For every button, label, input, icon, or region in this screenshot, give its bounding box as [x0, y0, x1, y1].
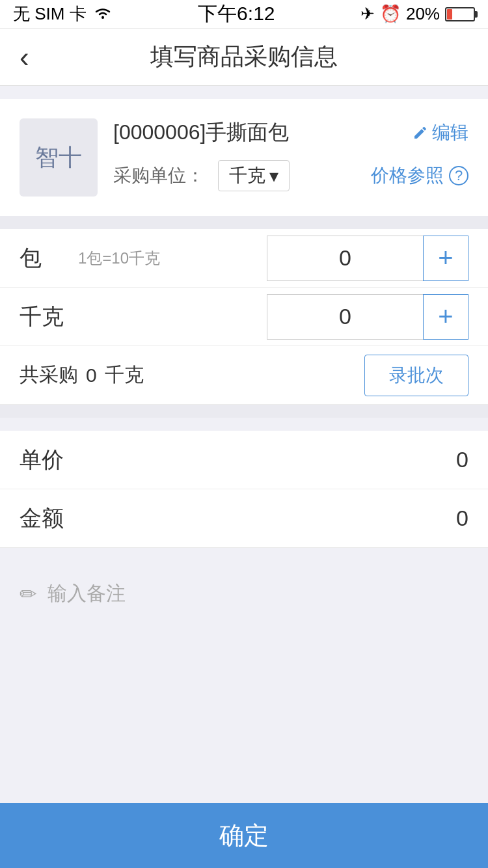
- total-row: 共采购 0 千克 录批次: [0, 346, 488, 405]
- wifi-icon: [93, 4, 113, 24]
- status-left: 无 SIM 卡: [13, 3, 113, 25]
- total-value: 0: [86, 364, 97, 387]
- total-prefix: 共采购: [20, 362, 78, 388]
- back-button[interactable]: ‹: [20, 43, 29, 72]
- edit-button[interactable]: 编辑: [413, 120, 468, 145]
- bag-sublabel: 1包=10千克: [78, 248, 267, 269]
- kg-input-row: 千克 +: [0, 288, 488, 346]
- product-full-name: [0000006]手撕面包: [113, 118, 289, 147]
- price-ref-label: 价格参照: [371, 163, 444, 188]
- dropdown-arrow: ▾: [269, 165, 278, 187]
- product-card: 智十 [0000006]手撕面包 编辑 采购单位： 千克 ▾: [0, 99, 488, 216]
- confirm-button[interactable]: 确定: [0, 803, 488, 868]
- carrier-text: 无 SIM 卡: [13, 3, 87, 25]
- bag-label: 包: [20, 243, 72, 273]
- total-suffix: 千克: [105, 362, 144, 388]
- status-time: 下午6:12: [198, 1, 275, 27]
- kg-plus-button[interactable]: +: [423, 294, 468, 340]
- bag-input-right: +: [267, 236, 468, 281]
- kg-input-right: +: [267, 294, 468, 340]
- price-row: 单价 0: [0, 431, 488, 489]
- amount-row: 金额 0: [0, 489, 488, 548]
- divider-1: [0, 216, 488, 229]
- help-icon: ?: [449, 166, 468, 185]
- product-logo: 智十: [35, 142, 82, 174]
- input-section: 包 1包=10千克 + 千克 +: [0, 229, 488, 346]
- battery-percent: 20%: [406, 4, 440, 24]
- page-title: 填写商品采购信息: [150, 41, 338, 73]
- confirm-label: 确定: [219, 819, 269, 852]
- note-section[interactable]: ✏ 输入备注: [0, 561, 488, 627]
- price-label: 单价: [20, 445, 64, 475]
- edit-icon: [413, 125, 428, 141]
- detail-section: 单价 0 金额 0: [0, 431, 488, 548]
- price-value: 0: [456, 447, 468, 472]
- unit-select[interactable]: 千克 ▾: [218, 160, 290, 191]
- battery-icon: [445, 7, 475, 21]
- total-left: 共采购 0 千克: [20, 362, 144, 388]
- alarm-icon: ⏰: [380, 4, 401, 24]
- batch-button-label: 录批次: [389, 363, 444, 388]
- svg-point-0: [102, 16, 104, 19]
- product-image: 智十: [20, 118, 98, 197]
- price-ref-button[interactable]: 价格参照 ?: [371, 163, 468, 188]
- divider-2: [0, 405, 488, 418]
- bag-input-row: 包 1包=10千克 +: [0, 229, 488, 288]
- note-placeholder: 输入备注: [47, 580, 126, 607]
- bag-quantity-input[interactable]: [267, 236, 423, 281]
- unit-area: 采购单位： 千克 ▾: [113, 160, 290, 191]
- nav-bar: ‹ 填写商品采购信息: [0, 29, 488, 86]
- status-bar: 无 SIM 卡 下午6:12 ✈ ⏰ 20%: [0, 0, 488, 29]
- batch-button[interactable]: 录批次: [364, 355, 468, 396]
- amount-value: 0: [456, 506, 468, 531]
- product-unit-row: 采购单位： 千克 ▾ 价格参照 ?: [113, 160, 468, 191]
- bottom-spacer: [0, 627, 488, 822]
- status-right: ✈ ⏰ 20%: [360, 4, 475, 24]
- edit-label: 编辑: [432, 120, 468, 145]
- kg-quantity-input[interactable]: [267, 294, 423, 340]
- pencil-icon: ✏: [20, 582, 37, 606]
- kg-label: 千克: [20, 302, 72, 332]
- bag-plus-button[interactable]: +: [423, 236, 468, 281]
- unit-label: 采购单位：: [113, 165, 204, 185]
- product-info: [0000006]手撕面包 编辑 采购单位： 千克 ▾ 价格: [113, 118, 468, 191]
- amount-label: 金额: [20, 504, 64, 534]
- product-name-row: [0000006]手撕面包 编辑: [113, 118, 468, 147]
- location-icon: ✈: [360, 4, 375, 24]
- unit-value: 千克: [229, 163, 265, 188]
